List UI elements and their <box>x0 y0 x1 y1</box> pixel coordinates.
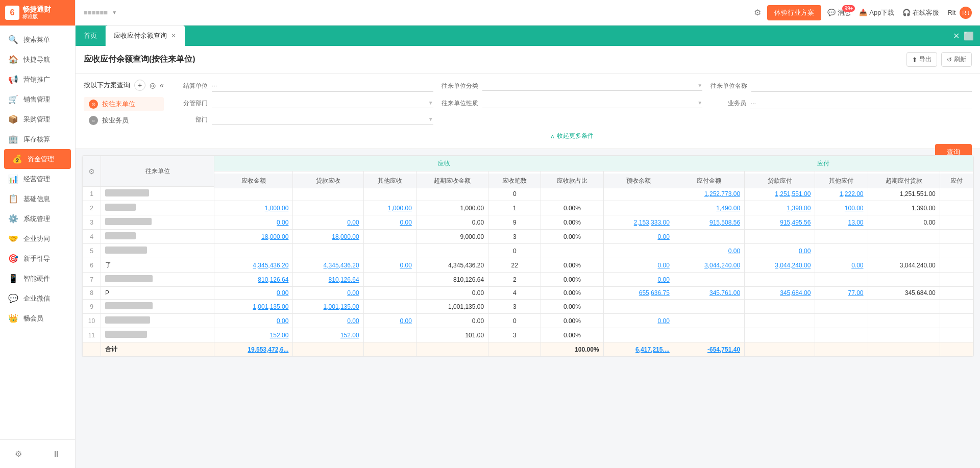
table-cell[interactable]: 915,495.56 <box>745 215 815 230</box>
table-cell[interactable]: 0.00 <box>603 273 674 287</box>
online-service-button[interactable]: 🎧 在线客服 <box>902 8 939 17</box>
table-cell[interactable]: 152.00 <box>214 328 293 342</box>
table-cell[interactable]: 0.00 <box>363 258 416 273</box>
table-cell[interactable]: 1,490.00 <box>674 201 744 215</box>
jiesuan-unit-input[interactable]: ··· <box>212 80 433 92</box>
tab-receivable[interactable]: 应收应付余额查询 ✕ <box>106 26 185 46</box>
tab-home[interactable]: 首页 <box>76 26 106 46</box>
table-cell[interactable]: 1,390.00 <box>745 201 815 215</box>
header-gear-icon[interactable]: ⚙ <box>754 8 761 17</box>
sidebar-item-search[interactable]: 🔍 搜索菜单 <box>0 30 75 50</box>
fen-dept-select[interactable]: ▼ <box>212 98 433 108</box>
sidebar-item-marketing[interactable]: 📢 营销推广 <box>0 69 75 89</box>
table-cell[interactable]: 1,001,135.00 <box>293 300 363 314</box>
table-cell[interactable]: 1,252,773.00 <box>674 187 744 201</box>
header-dropdown-icon[interactable]: ▼ <box>112 10 117 15</box>
table-cell[interactable]: 4,345,436.20 <box>293 258 363 273</box>
table-cell[interactable]: 1,000.00 <box>363 201 416 215</box>
sidebar-item-operations[interactable]: 📊 经营管理 <box>0 169 75 189</box>
footer-yingfu[interactable]: -654,751.40 <box>674 342 744 357</box>
table-cell[interactable]: 4,345,436.20 <box>214 258 293 273</box>
table-cell[interactable]: 0.00 <box>214 287 293 300</box>
table-cell[interactable]: 77.00 <box>815 287 868 300</box>
data-table: ⚙ 往来单位 应收 应付 应收金额 贷款应收 其他应收 超期应收金额 应收笔数 … <box>82 156 973 357</box>
table-cell[interactable]: 655,636.75 <box>603 287 674 300</box>
table-cell[interactable]: 810,126.64 <box>214 273 293 287</box>
table-cell[interactable]: 0.00 <box>293 287 363 300</box>
table-cell[interactable]: 0.00 <box>674 244 744 258</box>
sidebar-item-member[interactable]: 👑 畅会员 <box>0 308 75 328</box>
sidebar-item-enterprise[interactable]: 🤝 企业协同 <box>0 229 75 249</box>
filter-nav-by-salesman[interactable]: ○ 按业务员 <box>84 113 164 128</box>
sidebar-item-basicinfo[interactable]: 📋 基础信息 <box>0 189 75 209</box>
table-cell[interactable]: 152.00 <box>293 328 363 342</box>
table-cell <box>868 244 940 258</box>
sidebar-item-purchase[interactable]: 📦 采购管理 <box>0 109 75 129</box>
table-cell[interactable]: 1,000.00 <box>214 201 293 215</box>
refresh-button[interactable]: ↺ 刷新 <box>941 52 972 67</box>
table-row: 500.000.00 <box>83 244 973 258</box>
collapse-more-button[interactable]: ∧ 收起更多条件 <box>172 130 972 142</box>
sidebar-item-finance[interactable]: 💰 资金管理 <box>4 149 71 169</box>
table-cell[interactable]: 0.00 <box>603 230 674 244</box>
table-config-icon[interactable]: ⚙ <box>88 167 95 176</box>
table-cell[interactable]: 810,126.64 <box>293 273 363 287</box>
tab-close-icon[interactable]: ✕ <box>171 32 176 39</box>
promo-button[interactable]: 体验行业方案 <box>767 5 821 20</box>
table-cell[interactable]: 345,761.00 <box>674 287 744 300</box>
table-cell: 0.00% <box>541 273 603 287</box>
sidebar-item-sysadmin[interactable]: ⚙️ 系统管理 <box>0 209 75 229</box>
table-row: 21,000.001,000.001,000.0010.00%1,490.001… <box>83 201 973 215</box>
filter-nav-by-party[interactable]: ⊙ 按往来单位 <box>84 97 164 111</box>
table-cell[interactable]: 3,044,240.00 <box>745 258 815 273</box>
sidebar-item-hardware[interactable]: 📱 智能硬件 <box>0 268 75 288</box>
app-download-button[interactable]: 📥 App下载 <box>859 8 894 17</box>
message-button[interactable]: 💬 消息 99+ <box>827 8 851 17</box>
table-cell[interactable]: 1,222.00 <box>815 187 868 201</box>
table-cell[interactable]: 0.00 <box>293 314 363 328</box>
table-cell[interactable]: 1,001,135.00 <box>214 300 293 314</box>
operations-icon: 📊 <box>8 174 18 184</box>
table-cell[interactable]: 100.00 <box>815 201 868 215</box>
wanglai-nature-select[interactable]: ▼ <box>482 98 703 108</box>
export-button[interactable]: ⬆ 导出 <box>906 52 937 67</box>
table-cell[interactable]: 0.00 <box>603 314 674 328</box>
dept-select[interactable]: ▼ <box>212 114 433 125</box>
filter-collapse-icon[interactable]: « <box>160 81 164 89</box>
table-cell[interactable]: 345,684.00 <box>745 287 815 300</box>
tab-maximize-icon[interactable]: ⬜ <box>964 31 974 41</box>
settings-bottom-icon[interactable]: ⚙ <box>11 445 26 463</box>
table-cell[interactable]: 0.00 <box>214 314 293 328</box>
table-cell[interactable]: 0.00 <box>815 258 868 273</box>
user-menu[interactable]: Rit Rit <box>947 7 972 19</box>
table-cell[interactable]: 2,153,333.00 <box>603 215 674 230</box>
table-cell[interactable]: 1,251,551.00 <box>745 187 815 201</box>
footer-yushou[interactable]: 6,417,215.... <box>603 342 674 357</box>
wanglai-name-input[interactable] <box>751 80 972 92</box>
table-cell[interactable]: 0.00 <box>363 314 416 328</box>
table-cell[interactable]: 0.00 <box>293 215 363 230</box>
table-cell[interactable]: 915,508.56 <box>674 215 744 230</box>
table-cell <box>214 244 293 258</box>
filter-schema-icon[interactable]: ◎ <box>150 81 156 89</box>
filter-add-button[interactable]: + <box>134 80 145 91</box>
table-cell[interactable]: 18,000.00 <box>214 230 293 244</box>
table-cell[interactable]: 0.00 <box>214 215 293 230</box>
table-cell <box>293 201 363 215</box>
sidebar-item-quicknav[interactable]: 🏠 快捷导航 <box>0 50 75 69</box>
sidebar-item-guide[interactable]: 🎯 新手引导 <box>0 249 75 268</box>
sidebar-item-inventory[interactable]: 🏢 库存核算 <box>0 129 75 149</box>
footer-yingshou[interactable]: 19,553,472,6... <box>214 342 293 357</box>
table-cell[interactable]: 3,044,240.00 <box>674 258 744 273</box>
sidebar-item-wechat[interactable]: 💬 企业微信 <box>0 288 75 308</box>
wanglai-type-select[interactable]: ▼ <box>482 81 703 91</box>
table-cell[interactable]: 13.00 <box>815 215 868 230</box>
table-cell[interactable]: 0.00 <box>603 258 674 273</box>
table-cell[interactable]: 18,000.00 <box>293 230 363 244</box>
tab-close-window-icon[interactable]: ✕ <box>953 31 960 41</box>
table-cell[interactable]: 0.00 <box>363 215 416 230</box>
table-cell[interactable]: 0.00 <box>745 244 815 258</box>
collapse-sidebar-icon[interactable]: ⏸ <box>48 446 64 463</box>
salesman-input[interactable]: ··· <box>750 97 972 109</box>
sidebar-item-sales[interactable]: 🛒 销售管理 <box>0 89 75 109</box>
